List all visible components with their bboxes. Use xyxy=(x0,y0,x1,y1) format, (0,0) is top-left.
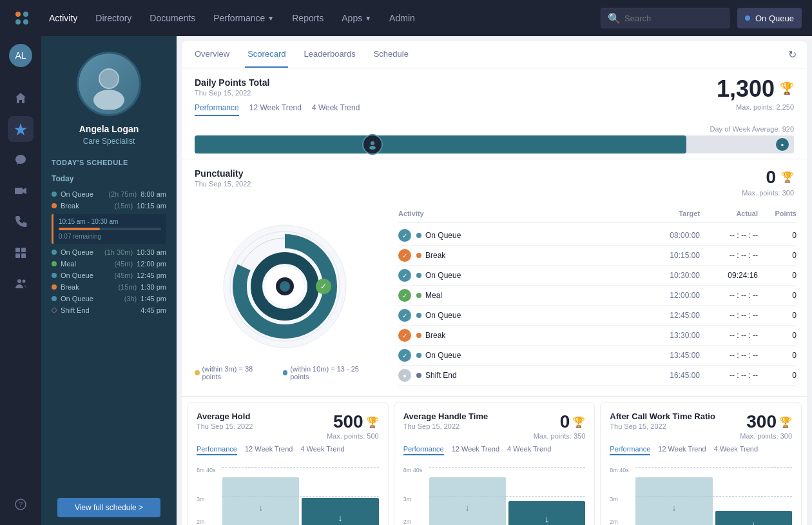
daily-points-max: Max. points: 2,250 xyxy=(717,103,794,111)
card-chart: 8m 40s 3m 2m ↓ ↓ 👤 49% xyxy=(197,461,379,525)
avatar[interactable]: AL xyxy=(9,44,32,67)
table-row: ✓ Meal 12:00:00 -- : -- : -- 0 xyxy=(398,286,797,306)
logo[interactable] xyxy=(10,6,34,30)
table-row: ✓ On Queue 13:45:00 -- : -- : -- 0 xyxy=(398,346,797,366)
svg-point-2 xyxy=(15,19,21,25)
svg-point-9 xyxy=(17,279,21,283)
card-tab-12week[interactable]: 12 Week Trend xyxy=(245,445,293,455)
chart-bar-light: ↓ xyxy=(635,477,712,525)
list-item: On Queue (45m) 12:45 pm xyxy=(52,270,166,281)
card-sub-tabs: Performance 12 Week Trend 4 Week Trend xyxy=(610,445,792,455)
daily-points-date: Thu Sep 15, 2022 xyxy=(195,89,717,97)
row-check-icon: ✓ xyxy=(398,229,411,242)
tab-overview[interactable]: Overview xyxy=(192,41,232,68)
punctuality-title: Punctuality xyxy=(195,168,742,179)
sidebar-item-star[interactable] xyxy=(8,116,34,142)
row-dot-icon xyxy=(416,373,421,378)
svg-rect-8 xyxy=(21,253,26,258)
card-tab-12week[interactable]: 12 Week Trend xyxy=(452,445,499,455)
nav-activity[interactable]: Activity xyxy=(41,9,85,27)
card-sub-tabs: Performance 12 Week Trend 4 Week Trend xyxy=(197,445,379,455)
svg-point-25 xyxy=(280,281,290,292)
card-date: Thu Sep 15, 2022 xyxy=(610,422,715,430)
tab-schedule[interactable]: Schedule xyxy=(371,41,411,68)
card-tab-performance[interactable]: Performance xyxy=(197,445,237,455)
nav-apps[interactable]: Apps ▼ xyxy=(334,9,379,27)
sidebar-item-grid[interactable] xyxy=(8,240,34,266)
svg-rect-4 xyxy=(15,188,23,194)
sidebar-item-users[interactable] xyxy=(8,271,34,297)
nav-documents[interactable]: Documents xyxy=(142,9,203,27)
break-progress-fill xyxy=(59,228,100,230)
punctuality-value: 0 xyxy=(766,168,776,186)
dot-icon xyxy=(52,284,57,290)
svg-point-3 xyxy=(23,19,28,25)
sub-tab-performance[interactable]: Performance xyxy=(195,103,239,116)
punctuality-date: Thu Sep 15, 2022 xyxy=(195,180,742,188)
card-tab-4week[interactable]: 4 Week Trend xyxy=(300,445,344,455)
list-item: Shift End 4:45 pm xyxy=(52,304,166,316)
card-chart: 8m 40s 3m 2m ↓ ↓ 👤 0% xyxy=(610,461,792,525)
sidebar-item-help[interactable]: ? xyxy=(8,491,34,517)
list-item: On Queue (2h 75m) 8:00 am xyxy=(52,188,166,200)
punctuality-table: Activity Target Actual Points ✓ On Queue… xyxy=(388,199,807,396)
nav-reports[interactable]: Reports xyxy=(284,9,331,27)
search-input[interactable] xyxy=(624,14,722,23)
daily-points-value: 1,300 xyxy=(717,77,775,101)
card-tab-12week[interactable]: 12 Week Trend xyxy=(658,445,706,455)
refresh-button[interactable]: ↻ xyxy=(788,48,797,61)
sidebar-item-video[interactable] xyxy=(8,178,34,204)
search-box[interactable]: 🔍 xyxy=(601,8,730,28)
queue-status[interactable]: On Queue xyxy=(737,8,802,28)
col-points: Points xyxy=(758,210,797,217)
legend-dot-1 xyxy=(195,370,200,375)
svg-point-1 xyxy=(23,12,28,17)
donut-chart: ✓ xyxy=(214,215,356,357)
dot-icon xyxy=(52,250,57,255)
table-row: ● Shift End 16:45:00 -- : -- : -- 0 xyxy=(398,366,797,386)
row-dot-icon xyxy=(416,353,421,358)
nav-admin[interactable]: Admin xyxy=(382,9,423,27)
donut-legend: (within 3m) = 38 points (within 10m) = 1… xyxy=(195,365,375,381)
main-content: Overview Scorecard Leaderboards Schedule… xyxy=(177,36,812,525)
card-tab-4week[interactable]: 4 Week Trend xyxy=(507,445,551,455)
sub-tab-12week[interactable]: 12 Week Trend xyxy=(249,103,302,116)
card-acw-ratio: After Call Work Time Ratio Thu Sep 15, 2… xyxy=(600,402,802,525)
trophy-icon-card2: 🏆 xyxy=(572,416,585,428)
col-activity: Activity xyxy=(398,210,642,217)
nav-performance[interactable]: Performance ▼ xyxy=(206,9,282,27)
tab-scorecard[interactable]: Scorecard xyxy=(245,41,288,68)
card-date: Thu Sep 15, 2022 xyxy=(403,422,488,430)
queue-label: On Queue xyxy=(755,14,794,23)
view-schedule-button[interactable]: View full schedule > xyxy=(57,498,160,517)
sidebar-item-home[interactable] xyxy=(8,85,34,111)
svg-rect-6 xyxy=(21,248,26,252)
row-dot-icon xyxy=(416,333,421,338)
card-title: Average Handle Time xyxy=(403,411,488,421)
schedule-today: Today xyxy=(52,174,166,183)
punctuality-points-block: 0 🏆 xyxy=(742,168,794,186)
profile-avatar xyxy=(77,52,141,116)
card-header: After Call Work Time Ratio Thu Sep 15, 2… xyxy=(610,411,792,440)
table-row: ✓ On Queue 08:00:00 -- : -- : -- 0 xyxy=(398,226,797,246)
sub-tab-4week[interactable]: 4 Week Trend xyxy=(312,103,360,116)
tab-leaderboards[interactable]: Leaderboards xyxy=(301,41,358,68)
trophy-icon: 🏆 xyxy=(780,81,794,95)
list-item: Break (15m) 1:30 pm xyxy=(52,281,166,293)
chart-bar-dark: ↓ 👤 49% xyxy=(302,498,378,525)
daily-points-tabs: Performance 12 Week Trend 4 Week Trend xyxy=(195,103,717,116)
card-tab-performance[interactable]: Performance xyxy=(610,445,650,455)
card-tab-performance[interactable]: Performance xyxy=(403,445,444,455)
card-date: Thu Sep 15, 2022 xyxy=(197,422,253,430)
row-check-icon: ✓ xyxy=(398,269,411,282)
card-max: Max. points: 300 xyxy=(740,432,792,440)
svg-text:✓: ✓ xyxy=(320,282,327,291)
nav-directory[interactable]: Directory xyxy=(88,9,139,27)
dot-icon xyxy=(52,261,57,266)
chart-bar-light: ↓ xyxy=(222,477,299,525)
card-tab-4week[interactable]: 4 Week Trend xyxy=(714,445,758,455)
legend-item-2: (within 10m) = 13 - 25 points xyxy=(283,365,375,381)
sidebar-item-chat[interactable] xyxy=(8,147,34,173)
sidebar-item-phone[interactable] xyxy=(8,209,34,235)
legend-item-1: (within 3m) = 38 points xyxy=(195,365,270,381)
